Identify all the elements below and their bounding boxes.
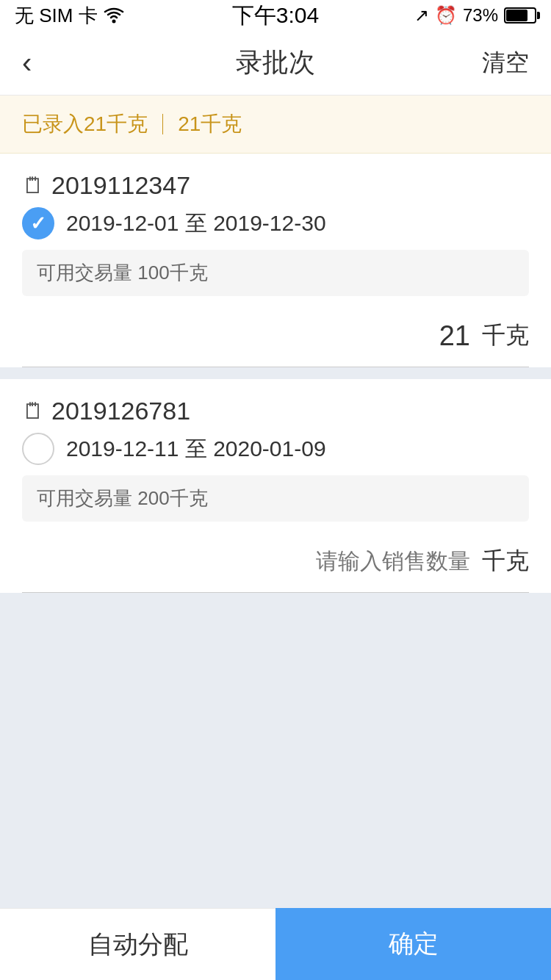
- clear-button[interactable]: 清空: [482, 47, 529, 79]
- confirm-button[interactable]: 确定: [276, 908, 551, 980]
- batch-availability-2: 可用交易量 200千克: [22, 475, 529, 522]
- location-icon: ↗: [414, 5, 429, 26]
- summary-value: 21千克: [178, 110, 242, 138]
- gray-area: [0, 593, 551, 931]
- svg-point-0: [112, 20, 115, 24]
- batch-card-1: 🗒 2019112347 2019-12-01 至 2019-12-30 可用交…: [0, 154, 551, 367]
- battery-percent: 73%: [463, 5, 498, 26]
- status-left: 无 SIM 卡: [15, 3, 124, 29]
- summary-divider: [162, 114, 163, 134]
- page-title: 录批次: [236, 45, 315, 81]
- amount-row-1: 千克: [0, 308, 551, 367]
- summary-label: 已录入21千克: [22, 110, 148, 138]
- back-button[interactable]: ‹: [22, 46, 32, 79]
- batch-date-row-2: 2019-12-11 至 2020-01-09: [0, 433, 551, 475]
- batch-doc-icon-1: 🗒: [22, 173, 44, 198]
- sales-input-2[interactable]: [279, 549, 470, 574]
- amount-input-1[interactable]: [382, 320, 470, 352]
- batch-checkbox-2[interactable]: [22, 433, 54, 465]
- content-area: 🗒 2019112347 2019-12-01 至 2019-12-30 可用交…: [0, 154, 551, 980]
- status-time: 下午3:04: [232, 1, 319, 31]
- status-right: ↗ ⏰ 73%: [414, 5, 536, 26]
- nav-bar: ‹ 录批次 清空: [0, 31, 551, 96]
- carrier-text: 无 SIM 卡: [15, 3, 98, 29]
- batch-availability-1: 可用交易量 100千克: [22, 250, 529, 296]
- batch-date-row-1: 2019-12-01 至 2019-12-30: [0, 207, 551, 250]
- batch-date-1: 2019-12-01 至 2019-12-30: [66, 209, 326, 239]
- batch-number-2: 2019126781: [51, 397, 190, 425]
- batch-header-1: 🗒 2019112347: [0, 154, 551, 207]
- battery-icon: [504, 7, 536, 24]
- batch-checkbox-1[interactable]: [22, 207, 54, 239]
- batch-card-2: 🗒 2019126781 2019-12-11 至 2020-01-09 可用交…: [0, 379, 551, 593]
- status-bar: 无 SIM 卡 下午3:04 ↗ ⏰ 73%: [0, 0, 551, 31]
- wifi-icon: [104, 7, 124, 24]
- batch-number-1: 2019112347: [51, 171, 190, 200]
- batch-header-2: 🗒 2019126781: [0, 379, 551, 433]
- sales-input-row-2: 千克: [0, 533, 551, 592]
- sales-unit-2: 千克: [482, 545, 529, 577]
- section-divider: [0, 367, 551, 379]
- summary-bar: 已录入21千克 21千克: [0, 96, 551, 154]
- batch-doc-icon-2: 🗒: [22, 399, 44, 424]
- bottom-bar: 自动分配 确定: [0, 908, 551, 980]
- amount-unit-1: 千克: [482, 320, 529, 352]
- batch-date-2: 2019-12-11 至 2020-01-09: [66, 434, 326, 464]
- alarm-icon: ⏰: [435, 5, 457, 26]
- auto-distribute-button[interactable]: 自动分配: [0, 908, 276, 980]
